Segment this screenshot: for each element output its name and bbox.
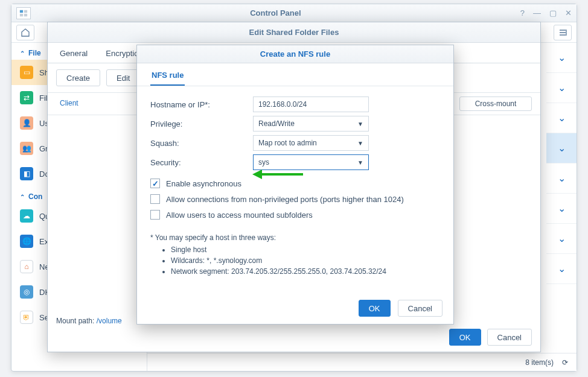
home-icon bbox=[21, 28, 30, 37]
item-count: 8 item(s) bbox=[525, 358, 554, 367]
dhcp-icon: ◎ bbox=[20, 285, 33, 299]
row-expand[interactable]: ⌄ bbox=[546, 224, 577, 254]
tab-general[interactable]: General bbox=[56, 44, 91, 63]
svg-rect-0 bbox=[20, 10, 23, 12]
nonpriv-checkbox[interactable] bbox=[150, 194, 160, 204]
help-icon[interactable]: ? bbox=[520, 8, 525, 17]
create-button[interactable]: Create bbox=[56, 69, 100, 86]
col-cross-mount[interactable]: Cross-mount bbox=[459, 97, 532, 111]
cancel-button[interactable]: Cancel bbox=[398, 300, 443, 317]
ok-button[interactable]: OK bbox=[359, 300, 391, 317]
cancel-button[interactable]: Cancel bbox=[487, 329, 532, 346]
async-checkbox[interactable] bbox=[150, 179, 160, 188]
svg-rect-3 bbox=[24, 13, 27, 16]
dialog-title: Create an NFS rule bbox=[137, 45, 453, 63]
chevron-down-icon: ▼ bbox=[357, 140, 363, 147]
close-icon[interactable]: ✕ bbox=[565, 8, 572, 17]
chevron-down-icon: ▼ bbox=[357, 121, 363, 127]
network-icon: ⌂ bbox=[20, 260, 33, 273]
nfs-form: Hostname or IP*: Privilege: Read/Write▼ … bbox=[137, 86, 453, 225]
minimize-icon[interactable]: — bbox=[533, 8, 541, 17]
dialog-title: Edit Shared Folder Files bbox=[48, 22, 540, 43]
row-expand[interactable]: ⌄ bbox=[546, 194, 577, 224]
row-expand[interactable]: ⌄ bbox=[546, 133, 577, 163]
mount-path: Mount path: /volume bbox=[56, 317, 122, 325]
row-expand[interactable]: ⌄ bbox=[546, 163, 577, 194]
window-titlebar: Control Panel ? — ▢ ✕ bbox=[11, 4, 577, 22]
label-hostname: Hostname or IP*: bbox=[150, 100, 253, 109]
privilege-select[interactable]: Read/Write▼ bbox=[253, 116, 369, 131]
subfolders-checkbox[interactable] bbox=[150, 210, 160, 220]
user-icon: 👤 bbox=[20, 116, 33, 130]
file-services-icon: ⇄ bbox=[20, 91, 33, 104]
nfs-rule-dialog: Create an NFS rule NFS rule Hostname or … bbox=[136, 45, 454, 325]
sort-icon bbox=[558, 28, 567, 37]
svg-rect-2 bbox=[20, 13, 23, 16]
folder-share-icon: ▭ bbox=[20, 66, 33, 79]
sort-button[interactable] bbox=[554, 25, 572, 40]
row-expand[interactable]: ⌄ bbox=[546, 73, 577, 103]
hostname-input[interactable] bbox=[253, 97, 369, 112]
domain-icon: ◧ bbox=[20, 167, 33, 180]
status-bar: 8 item(s) ⟳ bbox=[147, 353, 577, 371]
row-expand[interactable]: ⌄ bbox=[546, 254, 577, 284]
nonpriv-label: Allow connections from non-privileged po… bbox=[166, 195, 404, 204]
label-security: Security: bbox=[150, 158, 253, 167]
shield-icon: ⛨ bbox=[20, 311, 33, 324]
label-squash: Squash: bbox=[150, 139, 253, 148]
security-select[interactable]: sys▼ bbox=[253, 154, 369, 170]
window-title: Control Panel bbox=[31, 8, 520, 17]
svg-rect-1 bbox=[24, 10, 27, 12]
app-icon bbox=[16, 7, 31, 19]
group-icon: 👥 bbox=[20, 142, 33, 155]
squash-select[interactable]: Map root to admin▼ bbox=[253, 135, 369, 151]
home-button[interactable] bbox=[16, 25, 34, 40]
async-label: Enable asynchronous bbox=[166, 179, 241, 188]
label-privilege: Privilege: bbox=[150, 119, 253, 128]
tab-nfs-rule[interactable]: NFS rule bbox=[150, 66, 185, 86]
edit-button[interactable]: Edit bbox=[106, 69, 140, 86]
row-chevrons: ⌄ ⌄ ⌄ ⌄ ⌄ ⌄ ⌄ ⌄ bbox=[546, 43, 577, 353]
ok-button[interactable]: OK bbox=[449, 329, 481, 346]
globe-icon: 🌐 bbox=[20, 235, 33, 248]
row-expand[interactable]: ⌄ bbox=[546, 43, 577, 73]
refresh-icon[interactable]: ⟳ bbox=[562, 358, 568, 367]
row-expand[interactable]: ⌄ bbox=[546, 103, 577, 133]
maximize-icon[interactable]: ▢ bbox=[549, 8, 557, 17]
hint-text: * You may specify a host in three ways: … bbox=[137, 225, 453, 277]
cloud-icon: ☁ bbox=[20, 209, 33, 223]
tabstrip: NFS rule bbox=[137, 66, 453, 86]
subfolders-label: Allow users to access mounted subfolders bbox=[166, 211, 313, 220]
chevron-down-icon: ▼ bbox=[357, 159, 363, 166]
